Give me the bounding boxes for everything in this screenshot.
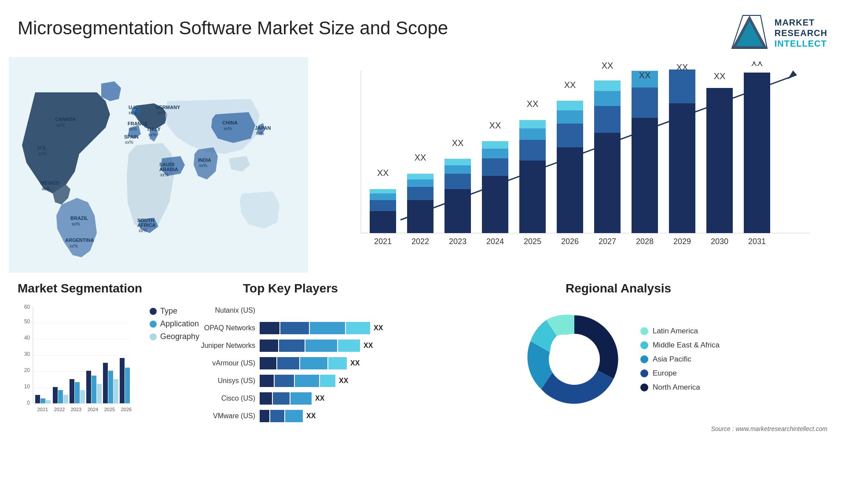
bar-2030-seg1 [706,88,733,233]
bar-2028-seg1 [632,118,658,233]
bar-seg4-juniper [338,340,360,352]
svg-rect-22 [35,395,40,403]
svg-rect-29 [75,382,80,403]
logo-line1: MARKET [775,17,827,28]
reg-dot-ap [640,355,648,363]
country-value-canada: xx% [56,123,65,128]
reg-legend-la: Latin America [640,327,720,336]
player-row-juniper: Juniper Networks XX [185,340,396,352]
svg-text:2026: 2026 [121,407,132,412]
bar-2024-seg1 [482,176,508,233]
country-value-india: xx% [199,163,207,168]
bar-chart-section: XX XX XX XX XX [308,57,836,273]
svg-text:50: 50 [24,318,30,325]
country-value-saudi: xx% [160,172,169,177]
world-map-section: CANADA xx% U.S. xx% MEXICO xx% BRAZIL xx… [9,57,308,273]
player-val-juniper: XX [364,342,373,350]
country-value-china: xx% [224,126,232,131]
bar-2023-seg1 [445,189,471,233]
svg-rect-37 [120,358,125,403]
bar-2026-seg2 [557,124,583,147]
reg-legend-mea: Middle East & Africa [640,341,720,350]
player-bar-cisco: XX [260,392,396,405]
bar-2023-seg4 [445,159,471,165]
logo-line3: INTELLECT [775,38,827,49]
bar-2025-seg2 [519,140,546,161]
country-label-spain: SPAIN [124,134,139,139]
reg-dot-eu [640,369,648,377]
player-row-cisco: Cisco (US) XX [185,392,396,405]
player-name-vmware: VMware (US) [185,412,255,420]
legend-dot-type [150,308,157,315]
country-label-india: INDIA [198,157,211,163]
bar-seg2-unisys [275,375,294,387]
bar-label-2030: XX [714,71,726,81]
country-label-france: FRANCE [128,121,148,126]
bar-2021-seg1 [370,211,396,233]
svg-rect-28 [70,379,74,403]
bar-label-2029: XX [676,62,688,72]
x-label-2030: 2030 [711,237,728,246]
player-val-varmour: XX [350,359,360,367]
player-row-unisys: Unisys (US) XX [185,375,396,387]
reg-dot-na [640,383,648,391]
donut-hole [549,334,600,385]
player-bar-opaq: XX [260,322,396,334]
source-text: Source : www.marketresearchintellect.com [409,425,827,432]
x-label-2026: 2026 [561,237,579,246]
reg-legend-na: North America [640,383,720,392]
regional-legend: Latin America Middle East & Africa Asia … [640,327,720,392]
bar-2023-seg3 [445,165,471,174]
player-val-cisco: XX [315,394,324,402]
country-label-germany: GERMANY [155,105,180,110]
logo: MARKET RESEARCH INTELLECT [730,13,827,53]
svg-text:30: 30 [24,351,30,357]
x-label-2023: 2023 [449,237,467,246]
legend-dot-application [150,321,157,328]
svg-text:40: 40 [24,335,30,341]
seg-chart-svg: 0 10 20 30 40 50 60 [18,302,132,425]
bar-unisys [260,375,335,387]
player-row-opaq: OPAQ Networks XX [185,322,396,334]
player-name-opaq: OPAQ Networks [185,324,255,332]
bar-seg1-opaq [260,322,279,334]
bar-2027-seg3 [594,91,621,106]
bar-seg2-juniper [279,340,305,352]
bar-2029-seg1 [669,103,695,233]
svg-text:20: 20 [24,367,30,373]
growth-chart-svg: XX XX XX XX XX [326,62,827,268]
bar-seg1-cisco [260,392,272,405]
svg-rect-33 [97,384,102,403]
svg-rect-36 [114,379,118,403]
logo-text: MARKET RESEARCH INTELLECT [775,17,827,49]
top-content: CANADA xx% U.S. xx% MEXICO xx% BRAZIL xx… [0,57,845,273]
svg-rect-32 [92,376,96,403]
country-value-japan: xx% [256,131,264,136]
reg-label-na: North America [653,383,700,392]
bar-seg2-opaq [280,322,309,334]
bar-2022-seg3 [407,179,434,187]
bar-opaq [260,322,370,334]
country-label-us: U.S. [37,145,47,150]
bar-label-2023: XX [452,138,464,148]
country-label-italy: ITALY [147,127,161,132]
bar-seg4-opaq [346,322,370,334]
reg-dot-la [640,327,648,335]
player-bar-nutanix [260,304,396,317]
country-value-germany: xx% [158,110,166,115]
bar-2025-seg1 [519,161,546,233]
logo-icon [730,13,769,53]
regional-title: Regional Analysis [409,281,827,296]
player-name-cisco: Cisco (US) [185,394,255,402]
bar-seg3-opaq [310,322,345,334]
bar-2021-seg4 [370,189,396,194]
svg-text:10: 10 [24,383,30,390]
player-row-vmware: VMware (US) XX [185,410,396,422]
svg-text:2025: 2025 [104,407,115,412]
bar-seg1-vmware [260,410,269,422]
bar-seg4-unisys [320,375,335,387]
bar-seg1-unisys [260,375,274,387]
donut-chart [517,302,632,416]
bar-2025-seg4 [519,120,546,128]
bar-label-2026: XX [564,80,576,90]
